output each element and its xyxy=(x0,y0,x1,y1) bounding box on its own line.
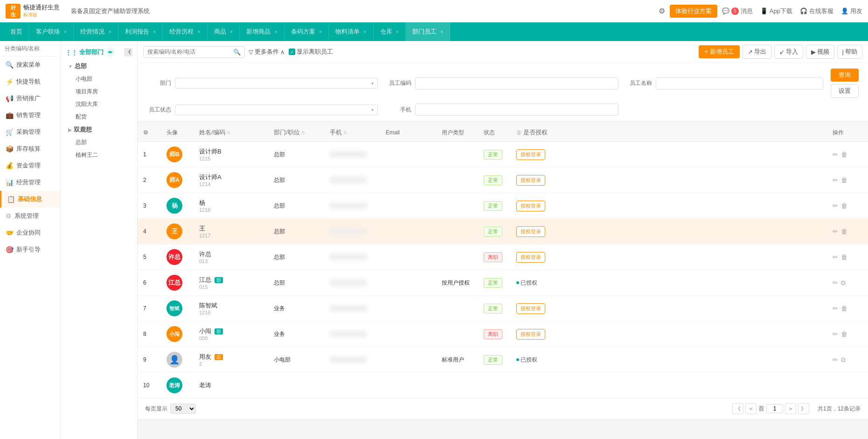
sidebar-item-inventory[interactable]: 📦 库存核算 xyxy=(0,140,60,157)
row6-phone xyxy=(326,275,382,291)
help-button[interactable]: | 帮助 xyxy=(837,45,862,59)
dept-node-zhishu[interactable]: 植树王二 xyxy=(64,149,137,161)
more-filter-button[interactable]: ▽ 更多条件 ∧ xyxy=(249,48,285,56)
sidebar-item-quicknav[interactable]: ⚡ 快捷导航 xyxy=(0,73,60,90)
dept-section-hq-title[interactable]: ▼ 总部 xyxy=(64,60,137,73)
auth-button[interactable]: 授权登录 xyxy=(516,303,545,314)
delete-icon[interactable]: 🗑 xyxy=(841,202,847,209)
emp-name-input[interactable] xyxy=(656,77,823,90)
tab-goods[interactable]: 商品× xyxy=(208,22,240,41)
dept-node-xiaodian[interactable]: 小电部 xyxy=(64,73,137,85)
tab-profit[interactable]: 利润报告× xyxy=(118,22,163,41)
delete-icon[interactable]: 🗑 xyxy=(841,253,847,261)
row7-auth: 授权登录 xyxy=(513,299,569,319)
sidebar-item-sys[interactable]: ⚙ 系统管理 xyxy=(0,208,60,224)
auth-button[interactable]: 授权登录 xyxy=(516,252,545,263)
next-page-button[interactable]: ＞ xyxy=(785,403,796,414)
show-disabled-toggle[interactable]: ✓ 显示离职员工 xyxy=(289,48,333,56)
tab-customer[interactable]: 客户联络× xyxy=(29,22,74,41)
col-settings[interactable]: ⚙ xyxy=(139,124,163,141)
video-button[interactable]: ▶ 视频 xyxy=(806,45,834,59)
export-button[interactable]: ↗ 导出 xyxy=(743,45,771,59)
edit-icon[interactable]: ✏ xyxy=(833,356,838,364)
dept-edit-icon[interactable]: ✏ xyxy=(105,48,115,57)
dept-node-project[interactable]: 项目库房 xyxy=(64,85,137,98)
phone-input[interactable] xyxy=(415,104,618,116)
sidebar-item-collab[interactable]: 🤝 企业协同 xyxy=(0,224,60,241)
user-menu[interactable]: 👤 用友 xyxy=(841,7,862,15)
col-name[interactable]: 姓名/编码 ⇅ xyxy=(195,124,270,141)
col-phone[interactable]: 手机 ⇅ xyxy=(326,124,382,141)
name-sort-icon: ⇅ xyxy=(227,130,230,135)
prev-page-button[interactable]: ＜ xyxy=(745,403,757,414)
settings-icon[interactable]: ⚙ xyxy=(659,7,665,15)
dept-header[interactable]: ⋮⋮ 全部部门 ✏ 《 xyxy=(61,45,137,60)
first-page-button[interactable]: 《 xyxy=(732,403,743,414)
tab-dept-staff[interactable]: 部门员工× xyxy=(406,22,450,41)
emp-status-select[interactable]: ▾ xyxy=(175,105,378,115)
row7-email xyxy=(382,304,438,313)
search-button[interactable]: 查询 xyxy=(831,69,859,82)
last-page-button[interactable]: 》 xyxy=(798,403,809,414)
tab-operation[interactable]: 经营情况× xyxy=(74,22,118,41)
sidebar-item-search[interactable]: 🔍 搜索菜单 xyxy=(0,56,60,73)
per-page-select[interactable]: 50 100 xyxy=(170,404,196,414)
edit-icon[interactable]: ✏ xyxy=(833,176,838,184)
sidebar-item-finance[interactable]: 💰 资金管理 xyxy=(0,157,60,174)
reset-button[interactable]: 设置 xyxy=(831,84,859,98)
edit-icon[interactable]: ✏ xyxy=(833,228,838,235)
sidebar-item-marketing[interactable]: 📢 营销推广 xyxy=(0,90,60,107)
tab-history[interactable]: 经营历程× xyxy=(163,22,207,41)
sidebar-item-sales[interactable]: 💼 销售管理 xyxy=(0,107,60,124)
sidebar-item-basic[interactable]: 📋 基础信息 xyxy=(0,191,60,208)
edit-icon[interactable]: ✏ xyxy=(833,151,838,158)
auth-button[interactable]: 授权登录 xyxy=(516,149,545,160)
app-download-label: App下载 xyxy=(770,7,792,15)
auth-button[interactable]: 授权登录 xyxy=(516,329,545,340)
tab-bom[interactable]: 物料清单× xyxy=(329,22,373,41)
page-number-input[interactable] xyxy=(766,404,783,413)
dept-all-icon: ⋮⋮ xyxy=(65,49,77,56)
delete-icon[interactable]: 🗑 xyxy=(841,151,847,158)
sidebar-item-guide[interactable]: 🎯 新手引导 xyxy=(0,241,60,258)
dept-node-shenyang[interactable]: 沈阳大库 xyxy=(64,98,137,111)
auth-button[interactable]: 授权登录 xyxy=(516,226,545,237)
sidebar-item-ops[interactable]: 📊 经营管理 xyxy=(0,174,60,191)
message-button[interactable]: 💬 5 消息 xyxy=(722,7,753,15)
try-industry-button[interactable]: 体验行业方案 xyxy=(670,5,717,18)
auth-button[interactable]: 授权登录 xyxy=(516,175,545,186)
sidebar-search-input[interactable] xyxy=(5,45,61,52)
tab-barcode[interactable]: 条码方案× xyxy=(285,22,329,41)
delete-icon[interactable]: 🗑 xyxy=(841,176,847,184)
dept-collapse-button[interactable]: 《 xyxy=(124,48,132,56)
app-download-button[interactable]: 📱 App下载 xyxy=(760,7,792,15)
tab-warehouse[interactable]: 仓库× xyxy=(374,22,406,41)
copy-icon[interactable]: ⧉ xyxy=(841,356,846,364)
delete-icon[interactable]: 🗑 xyxy=(841,330,847,338)
delete-icon[interactable]: 🗑 xyxy=(841,305,847,312)
dept-node-zongbu[interactable]: 总部 xyxy=(64,136,137,149)
add-employee-button[interactable]: + 新增员工 xyxy=(699,45,739,58)
copy-icon[interactable]: ⧉ xyxy=(841,279,846,287)
delete-icon[interactable]: 🗑 xyxy=(841,228,847,235)
sidebar-item-purchase[interactable]: 🛒 采购管理 xyxy=(0,124,60,140)
edit-icon[interactable]: ✏ xyxy=(833,253,838,261)
row1-ops: ✏🗑 xyxy=(829,146,866,163)
edit-icon[interactable]: ✏ xyxy=(833,202,838,209)
col-dept[interactable]: 部门/职位 ⇅ xyxy=(270,124,326,141)
online-service-button[interactable]: 🎧 在线客服 xyxy=(800,7,833,15)
dept-node-peihuo[interactable]: 配货 xyxy=(64,111,137,123)
edit-icon[interactable]: ✏ xyxy=(833,305,838,312)
row2-name: 设计师A1214 xyxy=(195,168,270,192)
tab-home[interactable]: 首页 xyxy=(4,22,29,41)
edit-icon[interactable]: ✏ xyxy=(833,279,838,287)
col-auth: ① 是否授权 xyxy=(513,124,569,141)
search-input[interactable] xyxy=(147,49,231,55)
dept-section-shuanglu[interactable]: ▶ 双鹿想 xyxy=(64,123,137,136)
emp-code-input[interactable] xyxy=(415,77,618,90)
dept-select[interactable]: ▾ xyxy=(175,78,378,89)
edit-icon[interactable]: ✏ xyxy=(833,330,838,338)
import-button[interactable]: ↙ 导入 xyxy=(774,45,803,59)
tab-new-goods[interactable]: 新增商品× xyxy=(240,22,284,41)
auth-button[interactable]: 授权登录 xyxy=(516,201,545,211)
